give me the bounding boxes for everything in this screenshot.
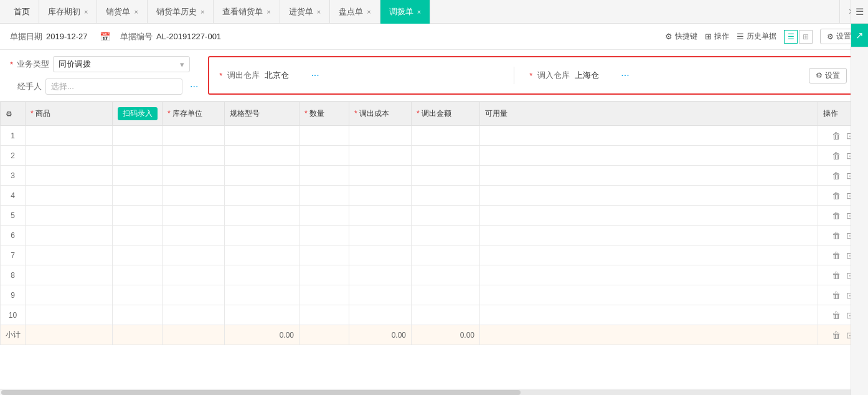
unit-cell [113,186,163,206]
subtotal-qty: 0.00 [225,325,300,345]
close-tab-purchase[interactable]: × [317,8,321,16]
col-unit-header: * 库存单位 [163,102,225,126]
delete-row-icon[interactable]: 🗑 [832,131,841,141]
close-tab-sales-history[interactable]: × [200,8,204,16]
product-cell[interactable] [26,206,113,226]
gear-icon: ⚙ [6,110,12,118]
close-tab-inventory-check[interactable]: × [367,8,370,16]
qty-cell [225,166,300,186]
amount-cell [349,186,412,206]
product-cell[interactable] [26,265,113,285]
tab-inventory-check[interactable]: 盘点单 × [330,0,380,24]
cost-cell [300,126,349,146]
table-container: ⚙ * 商品 扫码录入 * 库存单位 [0,102,868,389]
delete-row-icon[interactable]: 🗑 [832,151,841,161]
cost-cell [300,226,349,245]
tab-inventory-init[interactable]: 库存期初 × [39,0,97,24]
product-cell[interactable] [26,146,113,166]
delete-row-icon[interactable]: 🗑 [832,191,841,201]
product-cell[interactable] [26,166,113,186]
tab-sales-history[interactable]: 销货单历史 × [148,0,214,24]
subtotal-cost: 0.00 [349,325,412,345]
row-number-cell: 8 [1,265,26,285]
main-content: 单据日期 2019-12-27 📅 单据编号 AL-20191227-001 ⚙… [0,24,868,395]
delete-row-icon[interactable]: 🗑 [832,250,841,260]
table-row: 4 🗑 ⊡ [1,186,868,206]
tab-bar: 首页 库存期初 × 销货单 × 销货单历史 × 查看销货单 × 进货单 × 盘点… [0,0,868,24]
table-row: 10 🗑 ⊡ [1,305,868,325]
subtotal-delete-icon[interactable]: 🗑 [832,330,841,340]
sidebar-export-icon[interactable]: ↗ [851,24,869,47]
grid-view-button[interactable]: ⊞ [799,30,813,44]
table-row: 2 🗑 ⊡ [1,146,868,166]
tab-view-sales[interactable]: 查看销货单 × [214,0,280,24]
tab-home[interactable]: 首页 [5,0,39,24]
calendar-icon[interactable]: 📅 [100,32,110,42]
unit-cell [113,285,163,305]
source-warehouse-more-button[interactable]: ··· [311,70,319,81]
delete-row-icon[interactable]: 🗑 [832,211,841,221]
delete-row-icon[interactable]: 🗑 [832,231,841,240]
table-row: 1 🗑 ⊡ [1,126,868,146]
product-cell[interactable] [26,285,113,305]
product-cell[interactable] [26,126,113,146]
shortcut-action[interactable]: ⚙ 快捷键 [665,31,697,42]
settings-icon: ⚙ [827,32,834,41]
scan-button[interactable]: 扫码录入 [118,107,158,120]
scrollbar-thumb[interactable] [1,390,521,395]
product-cell[interactable] [26,226,113,245]
product-cell[interactable] [26,245,113,265]
target-warehouse-more-button[interactable]: ··· [621,70,629,81]
warehouse-section: * 调出仓库 北京仓 ··· * 调入仓库 上海仓 ··· ⚙ 设置 [208,56,858,95]
tab-sales-order[interactable]: 销货单 × [97,0,147,24]
sidebar-list-icon[interactable]: ☰ [851,0,869,24]
list-view-button[interactable]: ☰ [784,30,798,44]
amount-cell [349,245,412,265]
close-tab-inventory-init[interactable]: × [84,8,88,16]
operation-action[interactable]: ⊞ 操作 [705,31,729,42]
form-area: * 业务类型 同价调拨 ▾ 经手人 选择... ··· [0,50,868,102]
col-scan-header: 扫码录入 [113,102,163,126]
close-tab-sales-order[interactable]: × [134,8,138,16]
delete-row-icon[interactable]: 🗑 [832,171,841,181]
delete-row-icon[interactable]: 🗑 [832,270,841,280]
warehouse-settings-button[interactable]: ⚙ 设置 [809,68,847,83]
subtotal-label-cell: 小计 [1,325,26,345]
table-row: 7 🗑 ⊡ [1,245,868,265]
spec-cell [163,166,225,186]
unit-cell [113,305,163,325]
amount-cell [349,206,412,226]
close-tab-view-sales[interactable]: × [267,8,270,16]
handler-more-button[interactable]: ··· [190,81,198,92]
handler-select[interactable]: 选择... [45,79,182,95]
qty-cell [225,245,300,265]
tab-transfer[interactable]: 调拨单 × [380,0,430,24]
delete-row-icon[interactable]: 🗑 [832,310,841,320]
business-type-select[interactable]: 同价调拨 ▾ [53,56,190,72]
delete-row-icon[interactable]: 🗑 [832,290,841,300]
product-cell[interactable] [26,186,113,206]
col-product-header: * 商品 [26,102,113,126]
toolbar-left: 单据日期 2019-12-27 📅 单据编号 AL-20191227-001 [10,31,221,42]
product-cell[interactable] [26,305,113,325]
qty-cell [225,206,300,226]
tab-purchase[interactable]: 进货单 × [280,0,330,24]
col-cost-header: * 调出成本 [349,102,412,126]
cost-cell [300,166,349,186]
qty-cell [225,226,300,245]
amount-cell [349,285,412,305]
row-number-cell: 2 [1,146,26,166]
col-spec-header: 规格型号 [225,102,300,126]
handler-field: 经手人 选择... ··· [10,79,198,95]
cost-cell [300,285,349,305]
scrollbar-area[interactable] [0,389,868,395]
table-row: 9 🗑 ⊡ [1,285,868,305]
scrollbar-track [1,390,867,395]
col-settings-header[interactable]: ⚙ [1,102,26,126]
close-tab-transfer[interactable]: × [417,8,421,16]
warehouse-settings-icon: ⚙ [816,71,823,80]
target-warehouse-section: * 调入仓库 上海仓 ··· [529,70,809,81]
row-number-cell: 7 [1,245,26,265]
unit-cell [113,206,163,226]
history-action[interactable]: ☰ 历史单据 [737,31,776,42]
